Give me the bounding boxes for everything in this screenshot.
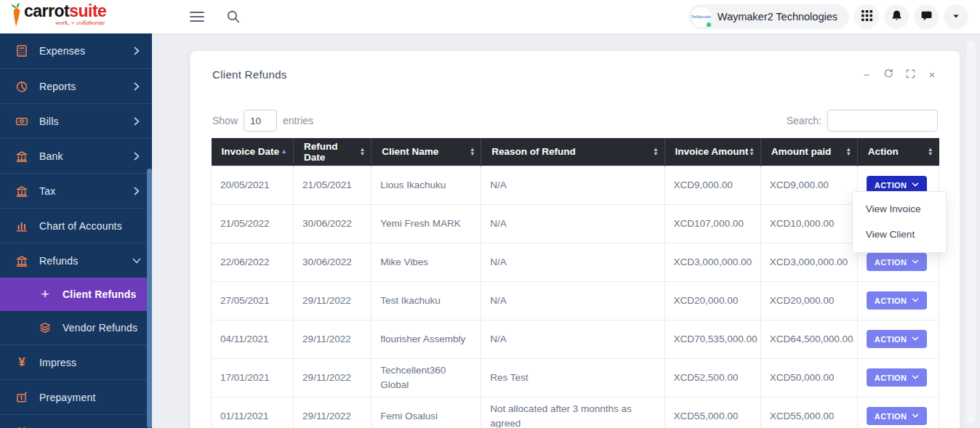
column-label: Reason of Refund xyxy=(491,146,576,157)
column-header-action[interactable]: Action▲▼ xyxy=(857,138,939,166)
sidebar-item-vendor-refunds[interactable]: Vendor Refunds xyxy=(0,311,152,344)
profile-dropdown-button[interactable] xyxy=(944,4,968,29)
refresh-button[interactable] xyxy=(881,67,896,81)
chevron-right-icon xyxy=(133,152,140,161)
grid-icon xyxy=(861,9,873,24)
schedule-icon xyxy=(15,426,29,428)
caret-down-icon xyxy=(952,12,960,23)
sort-icon: ▲▼ xyxy=(470,148,475,156)
sidebar-item-expenses[interactable]: Expenses xyxy=(0,33,152,68)
cell-client-name: Techcellent360 Global xyxy=(371,358,481,397)
cell-refund-reason: Not allocated after 3 monnths as agreed xyxy=(481,397,664,428)
table-row: 22/06/202230/06/2022Mike VibesN/AXCD3,00… xyxy=(212,243,939,281)
column-label: Client Name xyxy=(382,146,438,157)
cell-client-name: Mike Vibes xyxy=(371,243,481,281)
cell-client-name: Yemi Fresh MARK xyxy=(371,204,481,243)
sidebar-item-impress[interactable]: ¥Impress xyxy=(0,344,152,379)
bank-icon xyxy=(15,254,29,267)
column-header-reason-of-refund[interactable]: Reason of Refund▲▼ xyxy=(481,138,664,166)
cell-invoice-amount: XCD55,000.00 xyxy=(664,397,760,428)
company-selector[interactable]: TheWaymaker Waymaker2 Technologies xyxy=(688,4,849,29)
sidebar-item-bank[interactable]: Bank xyxy=(0,138,152,173)
cash-icon xyxy=(15,115,29,128)
sidebar-item-bills[interactable]: Bills xyxy=(0,103,152,138)
search-label: Search: xyxy=(787,115,822,126)
app-logo[interactable]: carrotsuite work, + collaborate xyxy=(0,2,152,31)
pie-chart-icon xyxy=(15,80,29,93)
bar-chart-icon xyxy=(15,219,29,233)
cell-refund-reason: N/A xyxy=(481,204,664,243)
column-header-invoice-date[interactable]: Invoice Date▲ xyxy=(212,138,294,166)
sort-icon: ▲▼ xyxy=(928,148,933,156)
cell-amount-paid: XCD55,000.00 xyxy=(760,397,857,428)
menu-item-view-client[interactable]: View Client xyxy=(853,222,946,248)
action-button[interactable]: ACTION xyxy=(867,368,928,387)
sidebar-item-client-refunds[interactable]: +Client Refunds xyxy=(0,278,152,311)
logo-wordmark: carrotsuite xyxy=(24,2,106,20)
column-header-client-name[interactable]: Client Name▲▼ xyxy=(371,138,481,166)
cell-refund-reason: N/A xyxy=(481,243,664,281)
minimize-button[interactable]: − xyxy=(859,67,874,81)
sidebar-item-label: Bank xyxy=(39,150,63,162)
refunds-table: Invoice Date▲Refund Date▲▼Client Name▲▼R… xyxy=(211,138,939,428)
refunds-table-body: 20/05/202121/05/2021Lious IkachukuN/AXCD… xyxy=(212,166,939,428)
cell-action: ACTION xyxy=(857,397,939,428)
table-row: 01/11/202129/11/2022Femi OsalusiNot allo… xyxy=(212,397,939,428)
column-label: Refund Date xyxy=(304,141,360,163)
sidebar-item-prepayment[interactable]: Prepayment xyxy=(0,379,152,414)
sidebar-item-reports[interactable]: Reports xyxy=(0,68,152,103)
column-header-refund-date[interactable]: Refund Date▲▼ xyxy=(294,138,371,166)
online-status-dot xyxy=(705,21,712,28)
search-input[interactable] xyxy=(827,110,938,132)
top-bar: carrotsuite work, + collaborate TheWayma… xyxy=(0,0,980,33)
cell-invoice-date: 17/01/2021 xyxy=(212,358,294,397)
sort-icon: ▲▼ xyxy=(653,148,658,156)
sidebar-item-tax[interactable]: Tax xyxy=(0,173,152,208)
action-dropdown-menu: View InvoiceView Client xyxy=(852,191,947,253)
fullscreen-button[interactable] xyxy=(903,67,917,81)
main-content: Client Refunds − xyxy=(152,33,980,428)
action-button[interactable]: ACTION xyxy=(867,291,928,310)
column-header-amount-paid[interactable]: Amount paid▲▼ xyxy=(760,138,857,166)
sidebar-item-chart-of-accounts[interactable]: Chart of Accounts xyxy=(0,208,152,243)
action-button[interactable]: ACTION xyxy=(867,407,928,425)
apps-grid-button[interactable] xyxy=(854,4,879,29)
cell-refund-reason: Res Test xyxy=(481,358,664,397)
page-title: Client Refunds xyxy=(212,68,287,81)
sidebar-item-payment-schedule[interactable]: Payment Schedule xyxy=(0,414,152,428)
cell-amount-paid: XCD20,000.00 xyxy=(760,281,857,320)
cell-refund-date: 30/06/2022 xyxy=(294,243,371,281)
chevron-right-icon xyxy=(133,47,140,55)
action-button[interactable]: ACTION xyxy=(867,253,928,271)
cell-amount-paid: XCD10,000.00 xyxy=(760,204,857,243)
client-refunds-card: Client Refunds − xyxy=(190,51,960,428)
sidebar-item-refunds[interactable]: Refunds xyxy=(0,243,152,278)
layers-icon xyxy=(38,321,52,334)
chat-icon xyxy=(920,9,933,24)
column-header-invoice-amount[interactable]: Invoice Amount▲▼ xyxy=(664,138,760,166)
menu-item-view-invoice[interactable]: View Invoice xyxy=(853,196,946,222)
sidebar-scrollbar[interactable] xyxy=(147,169,152,428)
search-icon[interactable] xyxy=(226,9,241,24)
cell-invoice-date: 22/06/2022 xyxy=(212,243,294,281)
cell-refund-reason: N/A xyxy=(481,166,664,204)
sort-icon: ▲▼ xyxy=(846,148,851,156)
action-button[interactable]: ACTION xyxy=(867,330,928,348)
cell-action: ACTION xyxy=(857,281,939,320)
cell-invoice-amount: XCD9,000.00 xyxy=(664,166,760,204)
cell-refund-date: 29/11/2022 xyxy=(294,281,371,320)
entries-count-input[interactable] xyxy=(244,110,277,132)
chevron-down-icon xyxy=(133,257,140,265)
notifications-button[interactable] xyxy=(884,4,909,29)
hamburger-menu-icon[interactable] xyxy=(190,12,204,22)
cell-refund-reason: N/A xyxy=(481,281,664,320)
cell-client-name: Test Ikachuku xyxy=(371,281,481,320)
show-label: Show xyxy=(212,115,238,126)
cell-action: ACTION xyxy=(857,320,939,358)
messages-button[interactable] xyxy=(914,4,939,29)
page-scrollbar[interactable] xyxy=(967,41,976,424)
plus-icon: + xyxy=(38,288,52,300)
close-button[interactable]: × xyxy=(925,67,939,81)
cell-refund-date: 29/11/2022 xyxy=(294,358,371,397)
cell-refund-date: 30/06/2022 xyxy=(294,204,371,243)
